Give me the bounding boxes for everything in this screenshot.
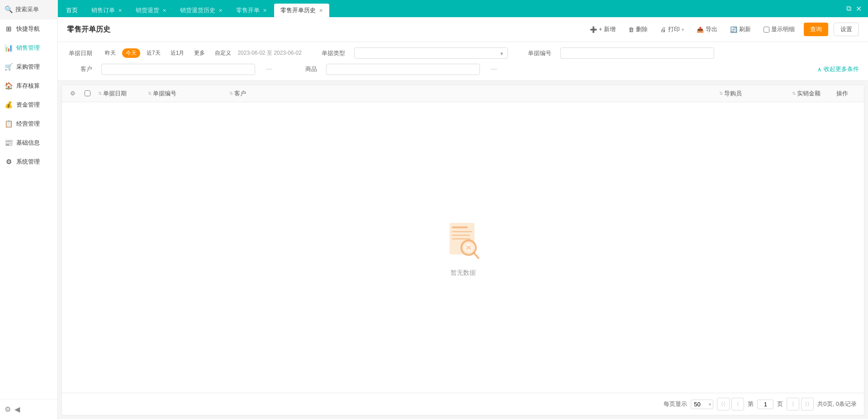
- svg-rect-4: [452, 238, 471, 240]
- svg-rect-2: [452, 231, 472, 232]
- col-number[interactable]: ⇅ 单据编号: [144, 89, 226, 98]
- select-all-checkbox[interactable]: [85, 90, 90, 96]
- bill-type-select-wrapper: [354, 47, 508, 59]
- settings-label: 设置: [840, 25, 852, 33]
- refresh-button[interactable]: 🔄 刷新: [726, 24, 754, 35]
- collapse-filter-label: 收起更多条件: [824, 65, 859, 73]
- query-button[interactable]: 查询: [804, 23, 828, 36]
- tab-bar: 首页 销售订单 ✕ 销货退货 ✕ 销货退货历史 ✕ 零售开单 ✕ 零售开单历史 …: [58, 0, 868, 17]
- current-page-input[interactable]: [757, 400, 773, 409]
- add-button[interactable]: ➕ + 新增: [586, 24, 619, 35]
- date-1month[interactable]: 近1月: [167, 48, 188, 58]
- page-unit-label: 页: [777, 400, 783, 408]
- window-restore-icon[interactable]: ⧉: [846, 5, 851, 13]
- table-select-all[interactable]: [80, 90, 95, 96]
- print-label: 打印: [668, 25, 680, 33]
- date-custom[interactable]: 自定义: [211, 48, 235, 58]
- sidebar: 🔍 搜索采单 ⊞ 快捷导航 📊 销售管理 🛒 采购管理 🏠 库存核算 💰 资金管…: [0, 0, 58, 419]
- date-more[interactable]: 更多: [190, 48, 209, 58]
- tab-retail-open[interactable]: 零售开单 ✕: [230, 4, 273, 17]
- per-page-select[interactable]: 50 100 200: [691, 400, 713, 409]
- col-amount-sort-icon: ⇅: [792, 91, 796, 96]
- settings-bottom-icon[interactable]: ⚙: [5, 405, 11, 414]
- display-cols-checkbox[interactable]: [764, 27, 769, 33]
- collapse-filter-button[interactable]: ∧ 收起更多条件: [817, 65, 859, 73]
- collapse-up-icon: ∧: [817, 66, 822, 73]
- tab-retail-history-close[interactable]: ✕: [319, 8, 323, 14]
- col-customer-sort-icon: ⇅: [229, 91, 233, 96]
- export-button[interactable]: 📤 导出: [693, 24, 721, 35]
- tab-sales-order-label: 销售订单: [91, 6, 115, 14]
- tab-retail-history[interactable]: 零售开单历史 ✕: [274, 4, 329, 17]
- col-date[interactable]: ⇅ 单据日期: [95, 89, 144, 98]
- sidebar-item-label: 系统管理: [16, 158, 40, 166]
- print-button[interactable]: 🖨 打印 ▾: [657, 24, 688, 35]
- sidebar-item-basic-info[interactable]: 📰 基础信息: [0, 133, 57, 152]
- filter-area: 单据日期 昨天 今天 近7天 近1月 更多 自定义 2023-06-02 至 2…: [58, 42, 868, 81]
- tab-retail-open-label: 零售开单: [236, 6, 260, 14]
- svg-rect-1: [452, 226, 468, 228]
- col-guide[interactable]: ⇅ 导购员: [716, 89, 770, 98]
- sidebar-bottom: ⚙ ◀: [0, 399, 57, 419]
- col-guide-label: 导购员: [724, 89, 742, 98]
- col-number-sort-icon: ⇅: [148, 91, 152, 96]
- delete-button[interactable]: 🗑 删除: [625, 24, 651, 35]
- col-sort-icon: ⇅: [98, 91, 102, 96]
- collapse-sidebar-icon[interactable]: ◀: [14, 405, 20, 414]
- filter-row-customer: 客户 ··· 商品 ··· ∧ 收起更多条件: [67, 63, 859, 75]
- bill-type-select[interactable]: [354, 47, 508, 59]
- table-settings-icon: ⚙: [70, 90, 76, 97]
- table-header: ⚙ ⇅ 单据日期 ⇅ 单据编号 ⇅ 客户 ⇅: [62, 85, 864, 102]
- page-area: 零售开单历史 ➕ + 新增 🗑 删除 🖨 打印 ▾ 📤 导出: [58, 17, 868, 419]
- tab-sales-return-history-label: 销货退货历史: [180, 6, 215, 14]
- date-yesterday[interactable]: 昨天: [101, 48, 119, 58]
- sidebar-item-quick-nav[interactable]: ⊞ 快捷导航: [0, 19, 57, 38]
- customer-dots[interactable]: ···: [264, 63, 274, 75]
- customer-input[interactable]: [101, 64, 255, 75]
- sidebar-item-label: 经营管理: [16, 120, 40, 128]
- next-page-button[interactable]: ⟩: [787, 398, 799, 410]
- page-header: 零售开单历史 ➕ + 新增 🗑 删除 🖨 打印 ▾ 📤 导出: [58, 17, 868, 42]
- bill-number-input[interactable]: [560, 47, 714, 59]
- col-amount[interactable]: ⇅ 实销金额: [770, 89, 824, 98]
- col-customer[interactable]: ⇅ 客户: [226, 89, 716, 98]
- date-7days[interactable]: 近7天: [143, 48, 164, 58]
- sidebar-item-inventory[interactable]: 🏠 库存核算: [0, 76, 57, 95]
- sidebar-item-system[interactable]: ⚙ 系统管理: [0, 152, 57, 171]
- window-close-icon[interactable]: ✕: [856, 5, 862, 13]
- settings-button[interactable]: 设置: [834, 23, 859, 36]
- tab-sales-order[interactable]: 销售订单 ✕: [85, 4, 128, 17]
- bill-type-label: 单据类型: [320, 49, 345, 57]
- tab-sales-order-close[interactable]: ✕: [118, 8, 122, 14]
- tab-sales-return-history[interactable]: 销货退货历史 ✕: [174, 4, 229, 17]
- table-settings-button[interactable]: ⚙: [66, 90, 80, 97]
- tab-retail-open-close[interactable]: ✕: [263, 8, 267, 14]
- tab-sales-return-history-close[interactable]: ✕: [218, 8, 223, 14]
- finance-icon: 💰: [5, 101, 13, 109]
- sidebar-search[interactable]: 🔍 搜索采单: [0, 0, 57, 19]
- table-area: ⚙ ⇅ 单据日期 ⇅ 单据编号 ⇅ 客户 ⇅: [62, 85, 864, 415]
- tab-sales-return-close[interactable]: ✕: [162, 8, 166, 14]
- sidebar-item-sales-mgmt[interactable]: 📊 销售管理: [0, 38, 57, 57]
- tab-sales-return[interactable]: 销货退货 ✕: [129, 4, 173, 17]
- display-cols-button[interactable]: 显示明细: [760, 24, 798, 35]
- system-icon: ⚙: [5, 158, 13, 166]
- sidebar-item-operations[interactable]: 📋 经营管理: [0, 114, 57, 133]
- goods-dots[interactable]: ···: [489, 63, 498, 75]
- bill-number-label: 单据编号: [526, 49, 551, 57]
- goods-input[interactable]: [326, 64, 480, 75]
- total-info: 共0页, 0条记录: [817, 400, 857, 408]
- print-icon: 🖨: [660, 26, 666, 33]
- col-date-label: 单据日期: [103, 89, 127, 98]
- tab-home[interactable]: 首页: [60, 4, 84, 17]
- date-today[interactable]: 今天: [122, 48, 140, 58]
- prev-page-button[interactable]: ⟨: [731, 398, 744, 410]
- last-page-button[interactable]: ⟩⟩: [801, 398, 814, 410]
- sidebar-item-finance[interactable]: 💰 资金管理: [0, 95, 57, 114]
- export-icon: 📤: [697, 26, 704, 33]
- main-area: 首页 销售订单 ✕ 销货退货 ✕ 销货退货历史 ✕ 零售开单 ✕ 零售开单历史 …: [58, 0, 868, 419]
- col-customer-label: 客户: [234, 89, 246, 98]
- sales-mgmt-icon: 📊: [5, 44, 13, 52]
- sidebar-item-purchase-mgmt[interactable]: 🛒 采购管理: [0, 57, 57, 76]
- first-page-button[interactable]: ⟨⟨: [717, 398, 730, 410]
